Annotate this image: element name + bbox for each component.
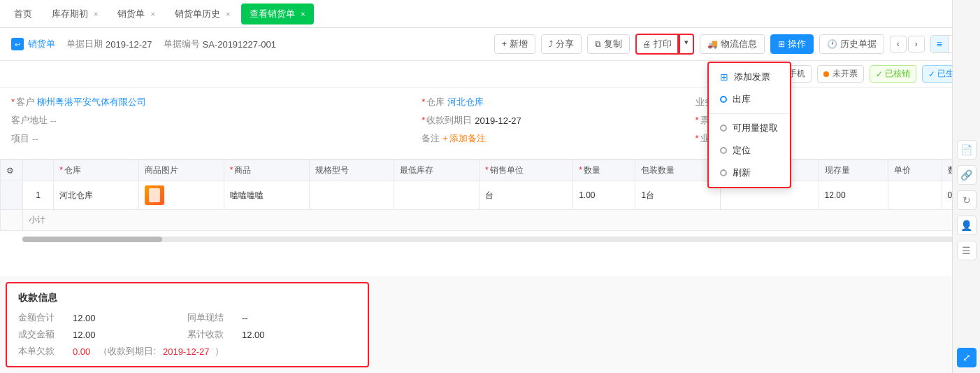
tab-home[interactable]: 首页 [6,3,41,24]
address-field: 客户地址 -- [11,114,421,127]
total-row: 金额合计 12.00 [18,311,187,324]
tab-view-sales[interactable]: 查看销货单 × [241,3,313,24]
sidebar-refresh-icon[interactable]: ↻ [957,190,977,210]
tab-view-sales-close[interactable]: × [301,10,305,18]
sidebar-expand-icon[interactable]: ⤢ [957,348,977,367]
data-table: ⚙ 仓库 商品图片 商品 规格型号 最低库存 销售单位 数量 包装数量 可用量（… [0,160,980,231]
dropdown-out-warehouse[interactable]: 出库 [709,88,790,111]
subtotal-label: 小计 [23,210,980,231]
project-field: 项目 -- [11,132,421,145]
bottom-section: 收款信息 金额合计 12.00 同单现结 -- 成交金额 12.00 累计收款 … [0,276,980,373]
note-label: 备注 [421,132,440,145]
form-area: 客户 柳州粤港平安气体有限公司 仓库 河北仓库 业务员 演示账号 客户地址 --… [0,87,980,160]
doc-title-area: ↩ 销货单 [11,38,55,50]
refresh-label: 刷新 [733,167,751,179]
right-sidebar: 📄 🔗 ↻ 👤 ☰ ⤢ [952,0,980,373]
col-price: 单价 [888,160,942,181]
table-scroll[interactable]: ⚙ 仓库 商品图片 商品 规格型号 最低库存 销售单位 数量 包装数量 可用量（… [0,160,980,231]
print-button[interactable]: 🖨 打印 [635,34,679,55]
prev-button[interactable]: ‹ [890,36,907,52]
table-header-row: ⚙ 仓库 商品图片 商品 规格型号 最低库存 销售单位 数量 包装数量 可用量（… [1,160,980,181]
dropdown-add-invoice[interactable]: ⊞ 添加发票 [709,66,790,88]
tab-history-close[interactable]: × [226,10,230,18]
tab-inventory-close[interactable]: × [94,10,98,18]
view-list-button[interactable]: ≡ [931,36,949,52]
doc-no-field: 单据编号 SA-20191227-001 [164,38,277,50]
owe-label: 本单欠款 [18,345,67,358]
note-field: 备注 +添加备注 [421,132,695,145]
row-thumb [139,181,224,210]
dropdown-locate[interactable]: 定位 [709,139,790,162]
copy-button[interactable]: ⧉ 复制 [587,34,630,54]
customer-field: 客户 柳州粤港平安气体有限公司 [11,96,421,108]
sidebar-link-icon[interactable]: 🔗 [957,165,977,185]
doc-type-icon: ↩ [11,38,24,50]
col-gear: ⚙ [1,160,23,181]
print-dropdown-arrow[interactable]: ▾ [679,34,694,55]
history-button[interactable]: 🕐 历史单据 [819,34,884,54]
row-current: 12.00 [819,181,888,210]
dropdown-refresh[interactable]: 刷新 [709,162,790,184]
doc-date-label: 单据日期 [66,38,103,50]
out-warehouse-icon [720,94,727,105]
row-warehouse: 河北仓库 [54,181,139,210]
row-product: 嗑嗑嗑嗑 [224,181,309,210]
subtotal-row: 小计 [1,210,980,231]
owe-end: ） [215,345,224,358]
done-check-button[interactable]: ✓ 已核销 [870,65,916,83]
address-value: -- [50,115,57,126]
deal-row: 成交金额 12.00 [18,328,187,341]
logistics-button[interactable]: 🚚 物流信息 [700,34,765,54]
deal-value: 12.00 [73,330,96,340]
tab-history-label: 销货单历史 [175,8,220,20]
payment-title: 收款信息 [18,292,356,304]
locate-label: 定位 [733,144,751,157]
payment-info-box: 收款信息 金额合计 12.00 同单现结 -- 成交金额 12.00 累计收款 … [6,282,369,367]
not-open-button[interactable]: 未开票 [817,65,864,83]
row-unit: 台 [479,181,572,210]
operate-button[interactable]: ⊞ 操作 [770,34,814,54]
operate-dropdown: ⊞ 添加发票 出库 可用量提取 定位 刷新 [707,62,791,188]
owe-row: 本单欠款 0.00 （收款到期日: 2019-12-27 ） [18,345,356,358]
tab-sales-order[interactable]: 销货单 × [109,3,163,24]
customer-value[interactable]: 柳州粤港平安气体有限公司 [37,96,146,108]
warehouse-value[interactable]: 河北仓库 [447,96,484,108]
total-label: 金额合计 [18,311,67,324]
available-pick-icon [720,123,727,134]
tab-sales-label: 销货单 [117,8,145,20]
horizontal-scrollbar[interactable] [22,237,958,242]
share-button[interactable]: ⤴ 分享 [541,34,582,54]
scroll-thumb[interactable] [22,237,162,242]
tab-home-label: 首页 [14,8,32,20]
sidebar-user-icon[interactable]: 👤 [957,216,977,235]
copy-label: 复制 [604,38,622,50]
new-button[interactable]: + 新增 [494,34,535,54]
doc-no-label: 单据编号 [164,38,200,50]
tab-sales-history[interactable]: 销货单历史 × [166,3,238,24]
doc-no-value: SA-20191227-001 [203,39,277,50]
sidebar-list-icon[interactable]: ☰ [957,241,977,260]
tab-inventory-init[interactable]: 库存期初 × [43,3,106,24]
doc-type-label: 销货单 [28,38,55,50]
out-warehouse-label: 出库 [733,93,751,106]
col-num [23,160,54,181]
row-price [888,181,942,210]
add-invoice-icon: ⊞ [720,71,728,83]
next-button[interactable]: › [908,36,925,52]
app-container: 首页 库存期初 × 销货单 × 销货单历史 × 查看销货单 × × ↩ 销货单 … [0,0,980,373]
logistics-label: 物流信息 [721,38,757,50]
note-add-btn[interactable]: +添加备注 [442,132,486,145]
tab-sales-close[interactable]: × [150,10,154,18]
row-min-stock [394,181,480,210]
row-spec [309,181,394,210]
form-row-1: 客户 柳州粤港平安气体有限公司 仓库 河北仓库 业务员 演示账号 [11,96,969,108]
cumulative-value: 12.00 [242,330,265,340]
customer-label: 客户 [11,96,34,108]
table-row: 1 河北仓库 嗑嗑嗑嗑 台 1.00 1台 [1,181,980,210]
action-row: 📱 来自手机 未开票 ✓ 已核销 ✓ 已生效 [0,61,980,87]
project-value: -- [32,134,38,144]
dropdown-available-pick[interactable]: 可用量提取 [709,117,790,139]
row-gear[interactable] [1,181,23,210]
sidebar-document-icon[interactable]: 📄 [957,140,977,160]
col-unit: 销售单位 [479,160,572,181]
